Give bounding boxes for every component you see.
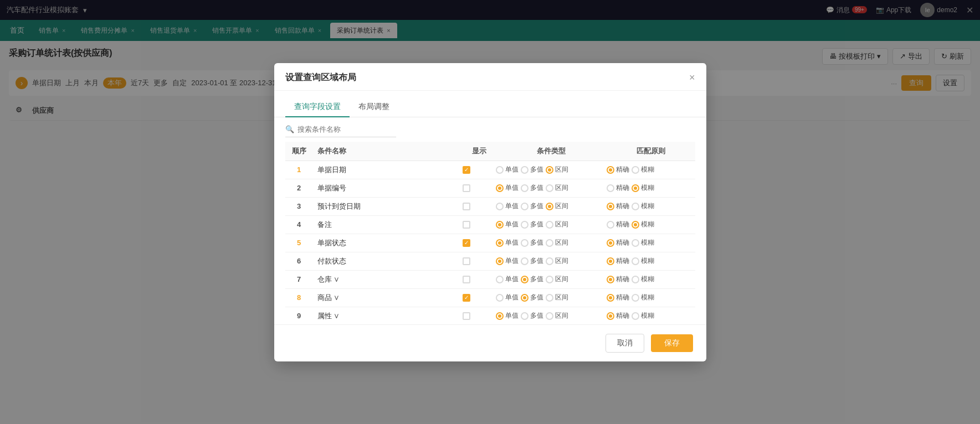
cond-display-checkbox-2[interactable] [463,184,470,192]
radio-single-1[interactable] [496,166,504,174]
radio-exact-8[interactable] [607,294,614,302]
cond-match-exact-4[interactable]: 精确 [607,220,629,229]
cond-match-fuzzy-1[interactable]: 模糊 [632,165,654,174]
radio-single-3[interactable] [496,203,504,210]
radio-range-4[interactable] [546,221,553,229]
cond-display-4[interactable] [463,221,496,229]
cond-display-3[interactable] [463,203,496,210]
cond-display-checkbox-9[interactable] [463,312,470,320]
radio-fuzzy-7[interactable] [632,276,639,283]
cond-display-checkbox-4[interactable] [463,221,470,229]
cond-type-range-5[interactable]: 区间 [546,238,568,247]
cond-type-single-9[interactable]: 单值 [496,311,519,320]
cond-match-exact-2[interactable]: 精确 [607,183,629,193]
cond-display-checkbox-7[interactable] [463,276,470,283]
radio-fuzzy-3[interactable] [632,203,639,210]
cond-type-multi-3[interactable]: 多值 [521,201,543,211]
cond-display-1[interactable] [463,166,496,174]
radio-single-8[interactable] [496,294,504,302]
radio-exact-6[interactable] [607,257,614,265]
cond-match-exact-6[interactable]: 精确 [607,256,629,266]
cond-match-fuzzy-6[interactable]: 模糊 [632,256,654,266]
radio-single-7[interactable] [496,276,504,283]
radio-exact-3[interactable] [607,203,614,210]
radio-multi-4[interactable] [521,221,529,229]
radio-range-6[interactable] [546,257,553,265]
radio-fuzzy-8[interactable] [632,294,639,302]
cond-match-exact-7[interactable]: 精确 [607,275,629,284]
cond-match-exact-1[interactable]: 精确 [607,165,629,174]
cond-type-single-7[interactable]: 单值 [496,275,519,284]
radio-multi-6[interactable] [521,257,529,265]
cond-display-checkbox-1[interactable] [463,166,470,174]
radio-multi-8[interactable] [521,294,529,302]
cond-display-6[interactable] [463,257,496,265]
radio-single-9[interactable] [496,312,504,320]
cond-match-exact-8[interactable]: 精确 [607,293,629,302]
cond-type-multi-6[interactable]: 多值 [521,256,543,266]
cond-type-single-4[interactable]: 单值 [496,220,519,229]
cond-type-single-8[interactable]: 单值 [496,293,519,302]
radio-range-1[interactable] [546,166,553,174]
radio-range-7[interactable] [546,276,553,283]
cond-type-range-8[interactable]: 区间 [546,293,568,302]
cond-display-5[interactable] [463,239,496,247]
cond-type-multi-9[interactable]: 多值 [521,311,543,320]
radio-exact-9[interactable] [607,312,614,320]
cond-match-fuzzy-4[interactable]: 模糊 [632,220,654,229]
radio-multi-2[interactable] [521,184,529,192]
cond-match-fuzzy-2[interactable]: 模糊 [632,183,654,193]
radio-range-3[interactable] [546,203,553,210]
cond-display-2[interactable] [463,184,496,192]
radio-exact-5[interactable] [607,239,614,247]
modal-close-button[interactable]: × [689,73,695,82]
cond-type-single-3[interactable]: 单值 [496,201,519,211]
cond-match-exact-9[interactable]: 精确 [607,311,629,320]
cond-display-checkbox-3[interactable] [463,203,470,210]
cond-type-range-6[interactable]: 区间 [546,256,568,266]
cond-match-fuzzy-9[interactable]: 模糊 [632,311,654,320]
radio-fuzzy-5[interactable] [632,239,639,247]
cond-type-multi-5[interactable]: 多值 [521,238,543,247]
cond-match-fuzzy-7[interactable]: 模糊 [632,275,654,284]
cond-display-9[interactable] [463,312,496,320]
cond-match-fuzzy-8[interactable]: 模糊 [632,293,654,302]
radio-range-9[interactable] [546,312,553,320]
cond-type-range-3[interactable]: 区间 [546,201,568,211]
radio-single-5[interactable] [496,239,504,247]
cond-type-range-2[interactable]: 区间 [546,183,568,193]
radio-single-4[interactable] [496,221,504,229]
cond-type-range-9[interactable]: 区间 [546,311,568,320]
cond-match-exact-3[interactable]: 精确 [607,201,629,211]
cond-match-fuzzy-3[interactable]: 模糊 [632,201,654,211]
radio-exact-4[interactable] [607,221,614,229]
condition-search-input[interactable] [297,125,386,133]
cond-type-multi-4[interactable]: 多值 [521,220,543,229]
cancel-button[interactable]: 取消 [606,334,644,353]
cond-display-7[interactable] [463,276,496,283]
radio-multi-5[interactable] [521,239,529,247]
radio-fuzzy-6[interactable] [632,257,639,265]
radio-multi-3[interactable] [521,203,529,210]
radio-fuzzy-9[interactable] [632,312,639,320]
cond-type-multi-7[interactable]: 多值 [521,275,543,284]
radio-fuzzy-1[interactable] [632,166,639,174]
save-button[interactable]: 保存 [651,334,693,352]
cond-type-single-6[interactable]: 单值 [496,256,519,266]
cond-display-checkbox-8[interactable] [463,294,470,302]
radio-fuzzy-4[interactable] [632,221,639,229]
cond-type-single-2[interactable]: 单值 [496,183,519,193]
cond-type-range-4[interactable]: 区间 [546,220,568,229]
radio-multi-1[interactable] [521,166,529,174]
modal-tab-layout[interactable]: 布局调整 [350,97,398,117]
cond-type-multi-8[interactable]: 多值 [521,293,543,302]
cond-display-8[interactable] [463,294,496,302]
cond-display-checkbox-6[interactable] [463,257,470,265]
radio-single-6[interactable] [496,257,504,265]
radio-range-2[interactable] [546,184,553,192]
modal-tab-query-fields[interactable]: 查询字段设置 [285,97,350,117]
cond-match-exact-5[interactable]: 精确 [607,238,629,247]
cond-type-single-1[interactable]: 单值 [496,165,519,174]
cond-type-multi-1[interactable]: 多值 [521,165,543,174]
radio-fuzzy-2[interactable] [632,184,639,192]
